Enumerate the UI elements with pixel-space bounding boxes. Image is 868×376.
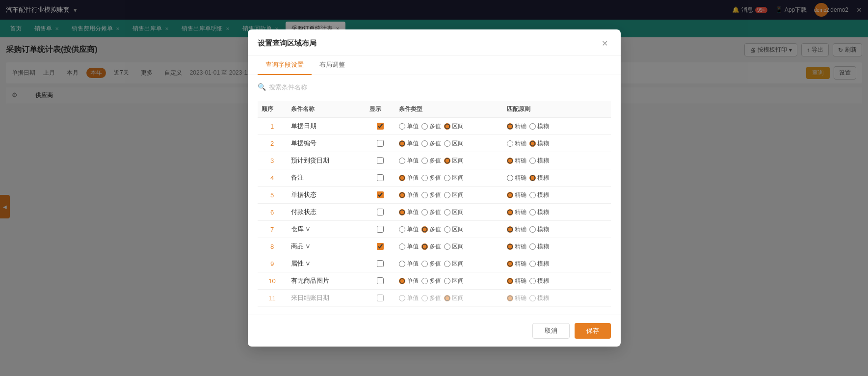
row-11-condition-type: 单值 多值 区间: [395, 294, 503, 302]
row-7-name: 仓库 ∨: [287, 225, 366, 234]
row-6-order: 6: [258, 209, 287, 216]
row-8-name: 商品 ∨: [287, 242, 366, 251]
table-row: 10 有无商品图片 单值 多值 区间 精确 模糊: [258, 272, 611, 290]
row-4-name: 备注: [287, 173, 366, 182]
table-row: 1 单据日期 单值 多值 区间 精确 模糊: [258, 118, 611, 135]
row-3-condition-type: 单值 多值 区间: [395, 157, 503, 165]
row-10-match: 精确 模糊: [503, 277, 601, 285]
cancel-btn[interactable]: 取消: [532, 323, 570, 339]
modal-body: 🔍 顺序 条件名称 显示 条件类型 匹配原则 1 单据日期: [248, 75, 621, 315]
modal-tab-query[interactable]: 查询字段设置: [258, 55, 312, 75]
table-row: 4 备注 单值 多值 区间 精确 模糊: [258, 169, 611, 187]
row-2-name: 单据编号: [287, 139, 366, 148]
row-4-order: 4: [258, 174, 287, 182]
row-5-order: 5: [258, 191, 287, 199]
header-name: 条件名称: [287, 105, 366, 113]
row-2-order: 2: [258, 140, 287, 147]
row-1-name: 单据日期: [287, 122, 366, 131]
row-3-name: 预计到货日期: [287, 156, 366, 165]
row-5-condition-type: 单值 多值 区间: [395, 191, 503, 199]
modal-overlay: 设置查询区域布局 ✕ 查询字段设置 布局调整 🔍 顺序: [0, 0, 868, 376]
table-row: 3 预计到货日期 单值 多值 区间 精确 模糊: [258, 152, 611, 169]
save-btn[interactable]: 保存: [575, 323, 611, 339]
row-10-name: 有无商品图片: [287, 276, 366, 285]
modal-table: 顺序 条件名称 显示 条件类型 匹配原则 1 单据日期 单值 多值: [258, 101, 611, 307]
modal-header: 设置查询区域布局 ✕: [248, 29, 621, 55]
row-5-name: 单据状态: [287, 190, 366, 199]
row-1-condition-type: 单值 多值 区间: [395, 122, 503, 131]
table-row: 5 单据状态 单值 多值 区间 精确 模糊: [258, 187, 611, 204]
table-row: 8 商品 ∨ 单值 多值 区间 精确 模糊: [258, 238, 611, 255]
row-5-match: 精确 模糊: [503, 191, 601, 199]
modal-settings: 设置查询区域布局 ✕ 查询字段设置 布局调整 🔍 顺序: [248, 29, 621, 347]
row-9-order: 9: [258, 260, 287, 268]
row-8-order: 8: [258, 243, 287, 250]
row-2-match: 精确 模糊: [503, 139, 601, 148]
header-match: 匹配原则: [503, 105, 601, 113]
row-3-match: 精确 模糊: [503, 157, 601, 165]
row-9-display[interactable]: [366, 260, 395, 267]
search-icon: 🔍: [258, 83, 266, 91]
row-3-display[interactable]: [366, 157, 395, 164]
table-row: 2 单据编号 单值 多值 区间 精确 模糊: [258, 135, 611, 152]
modal-tab-layout[interactable]: 布局调整: [312, 55, 353, 75]
row-8-condition-type: 单值 多值 区间: [395, 242, 503, 251]
row-9-match: 精确 模糊: [503, 260, 601, 268]
row-2-condition-type: 单值 多值 区间: [395, 139, 503, 148]
row-1-order: 1: [258, 123, 287, 130]
row-6-condition-type: 单值 多值 区间: [395, 208, 503, 216]
row-8-match: 精确 模糊: [503, 242, 601, 251]
row-8-display[interactable]: [366, 243, 395, 250]
table-row: 6 付款状态 单值 多值 区间 精确 模糊: [258, 204, 611, 221]
header-display: 显示: [366, 105, 395, 113]
row-6-match: 精确 模糊: [503, 208, 601, 216]
modal-footer: 取消 保存: [248, 315, 621, 347]
row-7-condition-type: 单值 多值 区间: [395, 225, 503, 234]
modal-title: 设置查询区域布局: [258, 39, 316, 48]
table-row: 7 仓库 ∨ 单值 多值 区间 精确 模糊: [258, 221, 611, 238]
row-4-display[interactable]: [366, 174, 395, 181]
row-7-match: 精确 模糊: [503, 225, 601, 234]
row-9-condition-type: 单值 多值 区间: [395, 260, 503, 268]
row-7-order: 7: [258, 226, 287, 233]
row-5-display[interactable]: [366, 191, 395, 198]
row-4-match: 精确 模糊: [503, 174, 601, 182]
row-2-display[interactable]: [366, 140, 395, 147]
header-condition-type: 条件类型: [395, 105, 503, 113]
row-11-match: 精确 模糊: [503, 294, 601, 302]
table-row: 9 属性 ∨ 单值 多值 区间 精确 模糊: [258, 255, 611, 272]
row-11-name: 来日结账日期: [287, 294, 366, 302]
modal-close-btn[interactable]: ✕: [599, 37, 611, 49]
row-6-display[interactable]: [366, 209, 395, 215]
modal-search-bar: 🔍: [258, 83, 611, 95]
row-9-name: 属性 ∨: [287, 259, 366, 268]
row-7-display[interactable]: [366, 226, 395, 233]
row-10-display[interactable]: [366, 277, 395, 284]
row-4-condition-type: 单值 多值 区间: [395, 174, 503, 182]
row-6-name: 付款状态: [287, 208, 366, 216]
modal-tabs: 查询字段设置 布局调整: [248, 55, 621, 75]
row-10-order: 10: [258, 277, 287, 285]
row-11-order: 11: [258, 295, 287, 302]
modal-table-header: 顺序 条件名称 显示 条件类型 匹配原则: [258, 101, 611, 118]
table-row: 11 来日结账日期 单值 多值 区间 精确 模糊: [258, 290, 611, 307]
search-input[interactable]: [269, 83, 367, 91]
row-1-display[interactable]: [366, 123, 395, 130]
row-1-match: 精确 模糊: [503, 122, 601, 131]
row-11-display[interactable]: [366, 295, 395, 301]
row-10-condition-type: 单值 多值 区间: [395, 277, 503, 285]
row-3-order: 3: [258, 157, 287, 164]
header-order: 顺序: [258, 105, 287, 113]
